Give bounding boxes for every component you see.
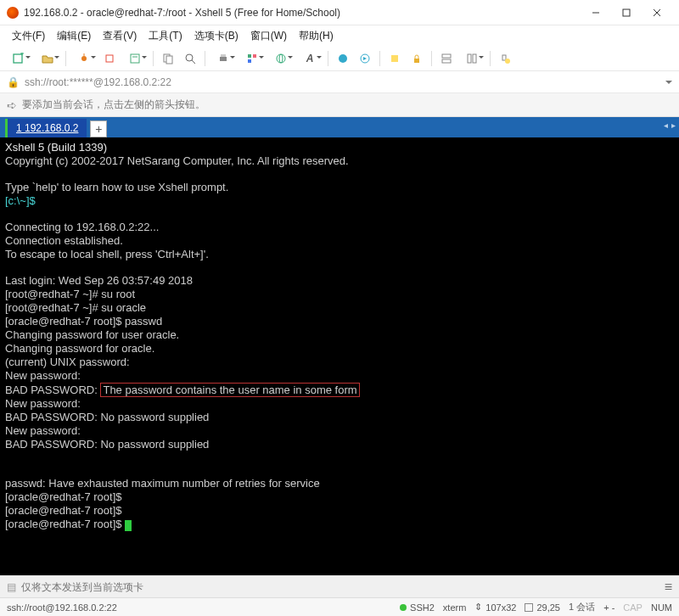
svg-line-15 (192, 60, 195, 64)
xftp-button[interactable] (333, 48, 353, 69)
term-prompt: [c:\~]$ (5, 194, 36, 207)
svg-point-22 (279, 54, 283, 63)
minimize-button[interactable] (581, 1, 611, 25)
tile-v-button[interactable] (458, 48, 485, 69)
send-input[interactable] (21, 581, 665, 593)
svg-point-32 (505, 59, 510, 64)
send-target-icon[interactable]: ▤ (7, 581, 16, 593)
maximize-button[interactable] (611, 1, 642, 25)
svg-point-21 (277, 54, 285, 63)
term-line: To escape to local shell, press 'Ctrl+Al… (5, 248, 209, 260)
cursor (125, 520, 132, 531)
status-bar: ssh://root@192.168.0.2:22 SSH2 xterm ⇕10… (0, 597, 679, 616)
term-line: Changing password for user oracle. (5, 328, 179, 341)
menu-view[interactable]: 查看(V) (98, 27, 142, 45)
term-line: Last login: Wed Sep 26 03:57:49 2018 (5, 274, 193, 287)
terminal[interactable]: Xshell 5 (Build 1339) Copyright (c) 2002… (0, 137, 679, 575)
status-num: NUM (651, 602, 672, 613)
connect-button[interactable] (70, 48, 98, 69)
app-icon (7, 7, 19, 19)
status-connection: ssh://root@192.168.0.2:22 (7, 602, 117, 613)
toolbar-separator (65, 51, 66, 66)
term-highlight: The password contains the user name in s… (100, 383, 359, 397)
send-menu-icon[interactable]: ≡ (665, 580, 672, 595)
svg-point-7 (81, 56, 87, 61)
status-dot-icon (400, 604, 407, 611)
tab-prev-icon[interactable]: ◂ (664, 120, 668, 130)
status-term: xterm (443, 602, 467, 613)
term-line: [oracle@redhat-7 root]$ (5, 490, 122, 503)
help-button[interactable] (495, 48, 515, 69)
lock-button[interactable] (407, 48, 427, 69)
term-line: BAD PASSWORD: No password supplied (5, 438, 209, 451)
term-line: [oracle@redhat-7 root]$ (5, 518, 125, 530)
term-line: [root@redhat-7 ~]# su oracle (5, 301, 146, 314)
highlight-button[interactable] (384, 48, 405, 69)
svg-rect-17 (221, 54, 226, 57)
term-line: New password: (5, 424, 81, 437)
close-button[interactable] (642, 1, 672, 25)
globe-button[interactable] (267, 48, 295, 69)
term-line: [oracle@redhat-7 root]$ passwd (5, 315, 162, 328)
copy-button[interactable] (158, 48, 178, 69)
window-titlebar: 192.168.0.2 - oracle@redhat-7:/root - Xs… (0, 0, 679, 25)
new-session-button[interactable] (5, 48, 32, 69)
toolbar-separator (490, 51, 491, 66)
svg-rect-25 (391, 55, 398, 62)
tab-bar: 1 192.168.0.2 + ◂ ▸ (0, 117, 679, 137)
hint-arrow-icon[interactable]: ➪ (7, 98, 17, 112)
term-line: (current) UNIX password: (5, 356, 130, 368)
svg-rect-18 (248, 54, 251, 58)
term-line: Connecting to 192.168.0.2:22... (5, 221, 159, 233)
toolbar: A (0, 46, 679, 71)
term-line: Type `help' to learn how to use Xshell p… (5, 181, 228, 193)
search-button[interactable] (180, 48, 200, 69)
tab-label: 1 192.168.0.2 (16, 122, 78, 134)
svg-rect-27 (442, 54, 451, 58)
svg-rect-20 (248, 59, 251, 63)
status-cap: CAP (623, 602, 643, 613)
status-sessctrl[interactable]: + - (603, 602, 614, 613)
term-line: New password: (5, 369, 81, 382)
properties-button[interactable] (121, 48, 149, 69)
menu-tabs[interactable]: 选项卡(B) (189, 27, 244, 45)
hint-text: 要添加当前会话，点击左侧的箭头按钮。 (22, 98, 205, 112)
toolbar-separator (153, 51, 154, 66)
menu-tools[interactable]: 工具(T) (143, 27, 187, 45)
address-url: ssh://root:******@192.168.0.2:22 (25, 76, 171, 88)
send-bar: ▤ ≡ (0, 575, 679, 597)
color-button[interactable] (238, 48, 266, 69)
font-button[interactable]: A (296, 48, 323, 69)
tile-h-button[interactable] (436, 48, 457, 69)
svg-point-14 (186, 54, 193, 61)
menu-help[interactable]: 帮助(H) (294, 27, 339, 45)
menu-window[interactable]: 窗口(W) (245, 27, 292, 45)
menu-file[interactable]: 文件(F) (7, 27, 50, 45)
open-button[interactable] (34, 48, 61, 69)
menu-edit[interactable]: 编辑(E) (52, 27, 96, 45)
term-line: BAD PASSWORD: (5, 384, 100, 396)
lock-icon: 🔒 (7, 76, 20, 88)
tab-next-icon[interactable]: ▸ (671, 120, 676, 130)
new-tab-button[interactable]: + (90, 120, 107, 137)
script-button[interactable] (355, 48, 375, 69)
term-line: New password: (5, 397, 81, 410)
box-icon (525, 603, 533, 612)
term-line: [oracle@redhat-7 root]$ (5, 504, 122, 517)
address-bar[interactable]: 🔒 ssh://root:******@192.168.0.2:22 (0, 71, 679, 93)
svg-rect-30 (473, 54, 476, 63)
term-line: passwd: Have exhausted maximum number of… (5, 477, 320, 490)
address-dropdown-icon[interactable] (665, 81, 672, 84)
term-line: [root@redhat-7 ~]# su root (5, 288, 135, 300)
status-pos: 29,25 (525, 602, 560, 613)
toolbar-separator (431, 51, 432, 66)
status-protocol: SSH2 (400, 602, 435, 613)
print-button[interactable] (210, 48, 237, 69)
disconnect-button[interactable] (99, 48, 120, 69)
svg-rect-4 (14, 54, 22, 63)
session-tab[interactable]: 1 192.168.0.2 (5, 119, 87, 137)
toolbar-separator (328, 51, 328, 66)
svg-rect-1 (623, 9, 630, 16)
svg-rect-28 (442, 59, 451, 63)
svg-point-23 (339, 54, 347, 63)
